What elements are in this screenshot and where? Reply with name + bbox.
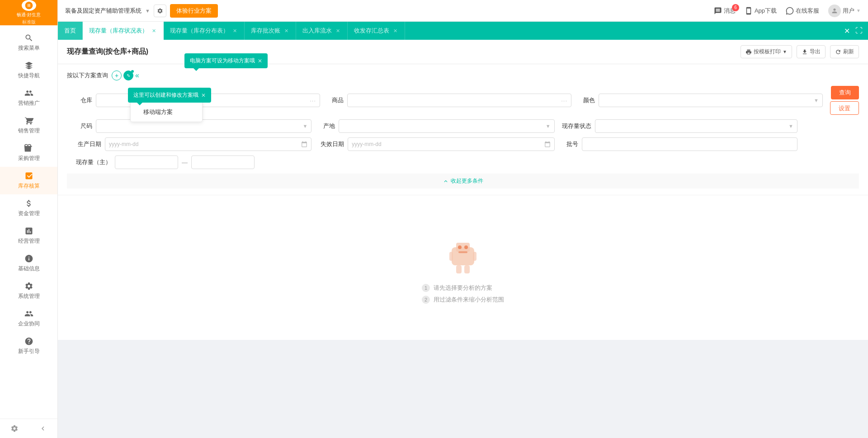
- gear-button[interactable]: [154, 5, 166, 17]
- expiry-date-calendar-icon: [544, 141, 551, 147]
- sidebar-item-finance[interactable]: 资金管理: [0, 194, 57, 222]
- online-support-item[interactable]: 在线客服: [786, 7, 819, 15]
- print-arrow: ▼: [783, 49, 787, 54]
- sidebar-item-marketing[interactable]: 营销推广: [0, 84, 57, 112]
- online-support-label: 在线客服: [796, 7, 819, 15]
- expiry-date-input[interactable]: yyyy-mm-dd: [348, 137, 554, 151]
- tooltip-build-close[interactable]: ✕: [201, 92, 206, 99]
- size-select[interactable]: ▼: [96, 119, 311, 133]
- main-area: 装备及固定资产辅助管理系统 ▼ 体验行业方案 消息 6 App下载 在线客服: [58, 0, 868, 438]
- goods-select[interactable]: ···: [347, 94, 571, 107]
- origin-select[interactable]: ▼: [339, 119, 554, 133]
- tooltip-build: 这里可以创建和修改方案哦 ✕: [128, 88, 211, 103]
- message-badge: 6: [732, 4, 739, 11]
- tab-close-inventory-dist[interactable]: ✕: [231, 28, 238, 34]
- search-button[interactable]: 查询: [831, 86, 859, 99]
- range-dash: —: [182, 159, 188, 166]
- app-download-label: App下载: [755, 7, 777, 15]
- inventory-max-input[interactable]: [191, 155, 255, 169]
- sidebar-item-system[interactable]: 系统管理: [0, 277, 57, 305]
- empty-state: 1 请先选择要分析的方案 2 用过滤条件来缩小分析范围: [58, 195, 868, 340]
- sidebar-item-management[interactable]: 经营管理: [0, 222, 57, 250]
- app-logo: 畅通·好生意 标准版: [0, 0, 57, 25]
- tooltip-scheme-close[interactable]: ✕: [258, 58, 262, 64]
- color-select[interactable]: ▼: [599, 94, 823, 107]
- tab-inventory-dist[interactable]: 现存量（库存分布表） ✕: [164, 22, 245, 40]
- size-label: 尺码: [76, 122, 92, 130]
- app-download-item[interactable]: App下载: [745, 7, 777, 15]
- user-item[interactable]: 用户 ▼: [828, 5, 861, 17]
- color-label: 颜色: [579, 96, 595, 104]
- tabs-maximize-icon[interactable]: ⛶: [855, 27, 863, 35]
- tooltip-scheme-text: 电脑方案可设为移动方案哦: [190, 57, 255, 65]
- sidebar-item-collab[interactable]: 企业协同: [0, 305, 57, 332]
- tab-close-summary[interactable]: ✕: [392, 28, 398, 34]
- logo-text: 畅通·好生意: [17, 12, 41, 18]
- filter-group-batch: 批号: [562, 137, 797, 151]
- sidebar-label-purchase: 采购管理: [18, 155, 40, 162]
- collapse-bar[interactable]: 收起更多条件: [67, 174, 859, 188]
- tooltip-scheme: 电脑方案可设为移动方案哦 ✕: [184, 53, 268, 68]
- topbar-right: 消息 6 App下载 在线客服 用户 ▼: [714, 5, 861, 17]
- sidebar-label-basic: 基础信息: [18, 265, 40, 273]
- filter-group-stock-status: 现存量状态 ▼: [562, 119, 797, 133]
- batch-input[interactable]: [582, 137, 797, 151]
- add-scheme-button[interactable]: +: [112, 71, 122, 80]
- settings-button[interactable]: 设置: [830, 101, 859, 115]
- tab-home[interactable]: 首页: [58, 22, 83, 40]
- tabs-close-all-icon[interactable]: ✕: [844, 27, 850, 35]
- topbar-system: 装备及固定资产辅助管理系统 ▼ 体验行业方案: [65, 4, 708, 18]
- refresh-button[interactable]: 刷新: [830, 45, 859, 58]
- sidebar-item-purchase[interactable]: 采购管理: [0, 139, 57, 167]
- refresh-label: 刷新: [843, 48, 854, 56]
- sidebar-item-basic[interactable]: 基础信息: [0, 250, 57, 277]
- scheme-item-mobile[interactable]: 移动端方案: [131, 105, 202, 119]
- svg-point-3: [464, 245, 468, 249]
- sidebar-item-nav[interactable]: 快捷导航: [0, 57, 57, 84]
- svg-point-2: [458, 245, 462, 249]
- sidebar-label-collab: 企业协同: [18, 320, 40, 328]
- print-button[interactable]: 按模板打印 ▼: [741, 45, 792, 58]
- tabs-bar: 首页 现存量（库存状况表） ✕ 现存量（库存分布表） ✕ 库存批次账 ✕ 出入库…: [58, 22, 868, 40]
- sidebar-item-sales[interactable]: 销售管理: [0, 112, 57, 139]
- warehouse-dots: ···: [310, 97, 316, 104]
- tab-close-inout[interactable]: ✕: [335, 28, 341, 34]
- logo-icon: [22, 0, 36, 11]
- filter-label-row: 按以下方案查询 + ✎ « ▶ 电脑端方案: [67, 71, 859, 80]
- tabs-actions: ✕ ⛶: [839, 22, 868, 40]
- topbar: 装备及固定资产辅助管理系统 ▼ 体验行业方案 消息 6 App下载 在线客服: [58, 0, 868, 22]
- manufacture-date-input[interactable]: yyyy-mm-dd: [105, 137, 311, 151]
- industry-btn[interactable]: 体验行业方案: [170, 4, 218, 18]
- step-2-text: 用过滤条件来缩小分析范围: [434, 296, 504, 304]
- tab-close-inventory-status[interactable]: ✕: [151, 28, 157, 34]
- step-num-2: 2: [422, 296, 430, 304]
- message-item[interactable]: 消息 6: [714, 7, 736, 15]
- tab-inout-flow[interactable]: 出入库流水 ✕: [296, 22, 348, 40]
- expiry-date-label: 失效日期: [319, 140, 344, 148]
- tab-batch-account[interactable]: 库存批次账 ✕: [245, 22, 296, 40]
- filter-group-goods: 商品 ···: [327, 94, 571, 107]
- edit-scheme-button[interactable]: ✎: [123, 71, 133, 80]
- empty-step-1: 1 请先选择要分析的方案: [422, 284, 504, 292]
- filter-group-origin: 产地 ▼: [319, 119, 554, 133]
- dropdown-arrow-icon: ▼: [145, 8, 150, 14]
- tab-home-label: 首页: [64, 27, 76, 35]
- inventory-min-input[interactable]: [115, 155, 178, 169]
- logo-badge: 标准版: [22, 19, 36, 25]
- tab-close-batch[interactable]: ✕: [283, 28, 289, 34]
- tab-summary[interactable]: 收发存汇总表 ✕: [348, 22, 405, 40]
- tab-inventory-status[interactable]: 现存量（库存状况表） ✕: [83, 22, 164, 40]
- print-label: 按模板打印: [754, 48, 781, 56]
- sidebar-item-guide[interactable]: 新手引导: [0, 332, 57, 360]
- sidebar-item-inventory[interactable]: 库存核算: [0, 167, 57, 194]
- manufacture-date-calendar-icon: [301, 141, 307, 147]
- settings-icon[interactable]: [10, 424, 19, 433]
- sidebar-item-search[interactable]: 搜索菜单: [0, 29, 57, 57]
- collapse-sidebar-icon[interactable]: [39, 424, 47, 433]
- user-dropdown-icon: ▼: [856, 8, 861, 13]
- stock-status-select[interactable]: ▼: [595, 119, 797, 133]
- export-button[interactable]: 导出: [797, 45, 826, 58]
- stock-status-label: 现存量状态: [562, 122, 591, 130]
- tab-summary-label: 收发存汇总表: [354, 27, 389, 35]
- back-arrow-button[interactable]: «: [135, 71, 139, 80]
